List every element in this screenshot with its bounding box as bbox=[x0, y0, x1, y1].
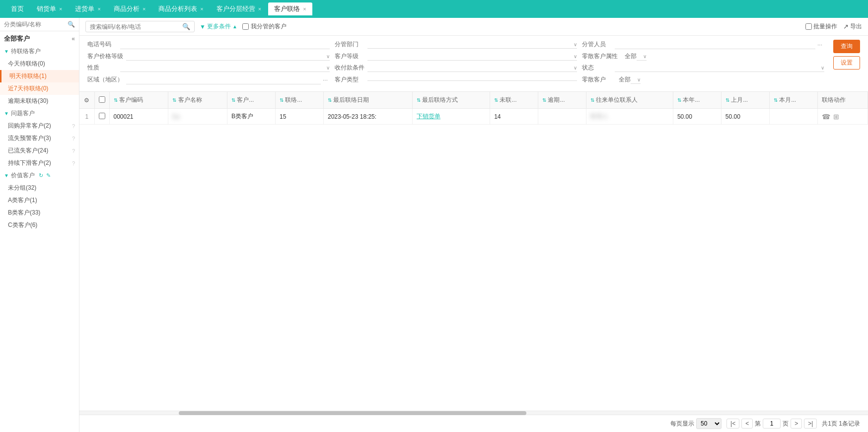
nav-product-analysis-list-close[interactable]: × bbox=[200, 6, 203, 12]
help-icon-3[interactable]: ? bbox=[72, 160, 75, 166]
col-last-date[interactable]: ⇅ 最后联络日期 bbox=[324, 92, 413, 109]
more-filter-btn[interactable]: ▼ 更多条件 ▲ bbox=[200, 22, 237, 31]
sidebar-search-container: 🔍 bbox=[0, 18, 79, 31]
last-page-btn[interactable]: >| bbox=[804, 419, 817, 429]
filter-price-level: 客户价格等级 ∨ bbox=[87, 52, 330, 61]
nav-product-analysis[interactable]: 商品分析 × bbox=[108, 2, 151, 15]
filter-payment-select[interactable]: ∨ bbox=[367, 64, 577, 72]
table-footer: 每页显示 50 100 200 |< < 第 页 > >| 共1页 1条记录 bbox=[79, 415, 868, 432]
col-type[interactable]: ⇅ 客户... bbox=[227, 92, 276, 109]
page-size-select[interactable]: 50 100 200 bbox=[696, 418, 722, 429]
cell-overdue bbox=[538, 109, 586, 125]
cell-checkbox[interactable] bbox=[94, 109, 109, 125]
prev-page-btn[interactable]: < bbox=[741, 419, 753, 429]
col-code[interactable]: ⇅ 客户编码 bbox=[109, 92, 168, 109]
nav-home[interactable]: 首页 bbox=[5, 2, 30, 15]
col-overdue[interactable]: ⇅ 逾期... bbox=[538, 92, 586, 109]
col-this-month[interactable]: ⇅ 本月... bbox=[769, 92, 817, 109]
table-select-all[interactable] bbox=[99, 96, 105, 103]
col-contact-person[interactable]: ⇅ 往来单位联系人 bbox=[586, 92, 673, 109]
action-icons-container: ☎ ⊞ bbox=[822, 113, 864, 121]
sidebar-item-repurchase-abnormal[interactable]: 回购异常客户(2) ? bbox=[0, 120, 79, 132]
value-edit-icon[interactable]: ✎ bbox=[46, 172, 51, 179]
sidebar-item-churn-warning[interactable]: 流失预警客户(3) ? bbox=[0, 132, 79, 144]
nav-sales-order[interactable]: 销货单 × bbox=[31, 2, 68, 15]
filter-status-select[interactable]: ∨ bbox=[615, 64, 824, 72]
nav-customer-stratification[interactable]: 客户分层经营 × bbox=[211, 2, 267, 15]
nav-customer-contact-close[interactable]: × bbox=[303, 6, 306, 12]
col-last-month[interactable]: ⇅ 上月... bbox=[721, 92, 769, 109]
sidebar-search-input[interactable] bbox=[4, 21, 68, 28]
my-customer-checkbox[interactable] bbox=[242, 23, 249, 30]
filter-customer-type-select[interactable] bbox=[367, 78, 577, 81]
col-not-contacted[interactable]: ⇅ 未联... bbox=[490, 92, 538, 109]
next-page-btn[interactable]: > bbox=[791, 419, 802, 429]
last-way-link[interactable]: 下销货单 bbox=[417, 113, 440, 120]
filter-nature-select[interactable]: ∨ bbox=[120, 64, 330, 72]
sidebar-item-class-c[interactable]: C类客户(6) bbox=[0, 219, 79, 231]
my-customer-checkbox-container[interactable]: 我分管的客户 bbox=[242, 22, 287, 31]
col-contacts[interactable]: ⇅ 联络... bbox=[276, 92, 324, 109]
sidebar-item-declining[interactable]: 持续下滑客户(2) ? bbox=[0, 157, 79, 169]
set-button[interactable]: 设置 bbox=[833, 56, 860, 70]
dept-arrow-icon: ∨ bbox=[574, 42, 577, 47]
filter-retail-customer-select[interactable]: ∨ bbox=[631, 76, 641, 84]
batch-op-checkbox[interactable] bbox=[805, 23, 812, 30]
sidebar-item-class-b[interactable]: B类客户(33) bbox=[0, 207, 79, 219]
horizontal-scrollbar-thumb[interactable] bbox=[179, 411, 526, 415]
region-dots-icon[interactable]: ··· bbox=[321, 76, 330, 83]
help-icon-0[interactable]: ? bbox=[72, 123, 75, 129]
nav-product-analysis-close[interactable]: × bbox=[143, 6, 145, 12]
search-icon[interactable]: 🔍 bbox=[182, 23, 190, 30]
col-this-year[interactable]: ⇅ 本年... bbox=[673, 92, 721, 109]
sidebar-item-class-a[interactable]: A类客户(1) bbox=[0, 194, 79, 207]
price-arrow-icon: ∨ bbox=[326, 54, 330, 59]
row-checkbox[interactable] bbox=[99, 113, 105, 119]
sidebar-search-icon[interactable]: 🔍 bbox=[68, 21, 75, 28]
search-input[interactable] bbox=[90, 23, 180, 30]
col-settings[interactable]: ⚙ bbox=[79, 92, 94, 109]
sidebar-item-today-pending[interactable]: 今天待联络(0) bbox=[0, 58, 79, 70]
col-not-sort-icon: ⇅ bbox=[494, 97, 498, 103]
batch-op-btn[interactable]: 批量操作 bbox=[805, 22, 837, 31]
sidebar-item-overdue-pending[interactable]: 逾期未联络(30) bbox=[0, 95, 79, 107]
value-refresh-icon[interactable]: ↻ bbox=[39, 172, 43, 179]
sidebar-item-ungrouped[interactable]: 未分组(32) bbox=[0, 182, 79, 194]
sidebar-collapse-icon[interactable]: « bbox=[72, 35, 75, 42]
search-box: 🔍 bbox=[85, 21, 195, 32]
nav-customer-contact[interactable]: 客户联络 × bbox=[268, 2, 312, 15]
first-page-btn[interactable]: |< bbox=[726, 419, 739, 429]
sidebar-item-7days-pending[interactable]: 近7天待联络(0) bbox=[0, 82, 79, 95]
col-name[interactable]: ⇅ 客户名称 bbox=[168, 92, 227, 109]
help-icon-1[interactable]: ? bbox=[72, 136, 75, 142]
nav-purchase-order[interactable]: 进货单 × bbox=[69, 2, 106, 15]
cell-code: 000021 bbox=[109, 109, 168, 125]
col-last-way[interactable]: ⇅ 最后联络方式 bbox=[413, 92, 490, 109]
nav-sales-order-close[interactable]: × bbox=[59, 6, 62, 12]
cell-last-way[interactable]: 下销货单 bbox=[413, 109, 490, 125]
col-type-sort-icon: ⇅ bbox=[231, 97, 235, 103]
retail-customer-arrow-icon: ∨ bbox=[637, 77, 641, 82]
page-input[interactable] bbox=[763, 419, 781, 429]
filter-region-input[interactable] bbox=[126, 75, 321, 84]
nav-product-analysis-list[interactable]: 商品分析列表 × bbox=[152, 2, 209, 15]
help-icon-2[interactable]: ? bbox=[72, 148, 75, 154]
filter-manager-input[interactable] bbox=[615, 40, 815, 49]
query-button[interactable]: 查询 bbox=[833, 40, 860, 53]
filter-dept-select[interactable]: ∨ bbox=[367, 41, 577, 49]
manager-dots-icon[interactable]: ··· bbox=[815, 41, 824, 48]
action-grid-icon[interactable]: ⊞ bbox=[833, 113, 839, 121]
filter-phone-input[interactable] bbox=[120, 40, 330, 49]
col-action: 联络动作 bbox=[817, 92, 868, 109]
sidebar-item-churned[interactable]: 已流失客户(24) ? bbox=[0, 144, 79, 157]
settings-icon[interactable]: ⚙ bbox=[84, 97, 89, 104]
nav-customer-stratification-close[interactable]: × bbox=[258, 6, 261, 12]
filter-retail-attr-select[interactable]: ∨ bbox=[637, 53, 647, 61]
sidebar-item-tomorrow-pending[interactable]: 明天待联络(1) bbox=[0, 70, 79, 82]
filter-customer-level-select[interactable]: ∨ bbox=[367, 53, 577, 61]
action-phone-icon[interactable]: ☎ bbox=[822, 113, 830, 121]
customer-level-arrow-icon: ∨ bbox=[574, 54, 577, 59]
filter-price-level-select[interactable]: ∨ bbox=[126, 53, 330, 61]
nav-purchase-order-close[interactable]: × bbox=[97, 6, 100, 12]
export-btn[interactable]: ↗ 导出 bbox=[843, 22, 862, 31]
